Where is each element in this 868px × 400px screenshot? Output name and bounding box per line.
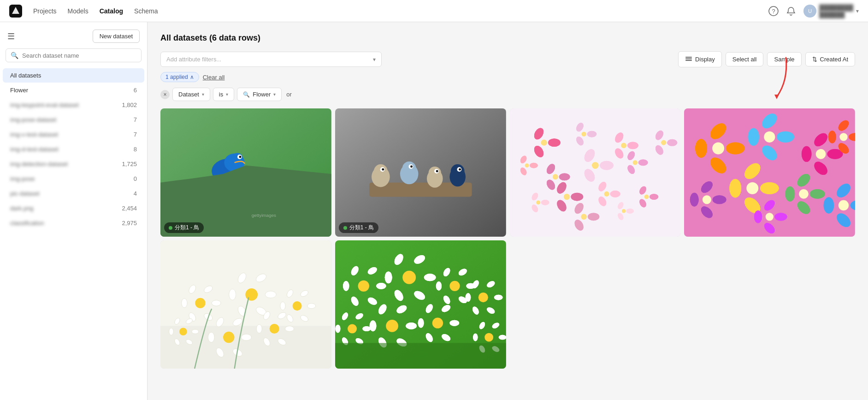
svg-point-51 (627, 142, 638, 149)
main-content: All datasets (6 data rows) Add attribute… (148, 22, 868, 400)
svg-point-86 (571, 193, 583, 201)
sidebar-item-7[interactable]: img-pose0 (3, 172, 144, 186)
sidebar-item-count: 7 (134, 131, 137, 138)
sidebar-item-label: pic-dataset (10, 190, 40, 197)
help-icon[interactable]: ? (768, 6, 779, 16)
svg-point-261 (192, 329, 199, 334)
sidebar-menu-icon[interactable]: ☰ (7, 31, 15, 42)
svg-point-137 (726, 143, 745, 155)
svg-point-264 (169, 328, 173, 335)
sidebar-item-label: Flower (10, 87, 28, 94)
sidebar-item-label: All datasets (10, 72, 41, 79)
sidebar-items-list: All datasetsFlower6img-keypoint-eval-dat… (0, 68, 147, 231)
sidebar-item-3[interactable]: img-pose-dataset7 (3, 113, 144, 127)
search-mini-icon: 🔍 (243, 91, 250, 98)
sort-created-at-button[interactable]: ⇅ Created At (805, 52, 855, 66)
svg-point-333 (449, 281, 460, 291)
svg-point-96 (604, 191, 609, 197)
sidebar-item-count: 1,802 (122, 101, 137, 108)
svg-point-146 (777, 131, 794, 143)
svg-point-211 (754, 210, 762, 223)
svg-point-346 (348, 324, 357, 334)
clear-all-button[interactable]: Clear all (203, 74, 225, 81)
image-cell-img2[interactable]: 分類1 - 鳥 (335, 108, 506, 237)
svg-point-131 (525, 163, 529, 167)
svg-point-209 (775, 213, 787, 221)
image-cell-img6[interactable] (335, 240, 506, 369)
sort-label: Created At (820, 56, 848, 63)
chip-field-select[interactable]: Dataset ▾ (172, 88, 210, 101)
chip-field-arrow-icon: ▾ (202, 92, 204, 97)
svg-rect-399 (335, 343, 506, 369)
user-dropdown-icon: ▾ (856, 8, 859, 14)
svg-point-150 (764, 131, 775, 143)
image-cell-img5[interactable] (160, 240, 331, 369)
sidebar-item-label: img-detection-dataset (10, 161, 68, 167)
svg-point-22 (402, 161, 416, 175)
sidebar-item-count: 2,975 (122, 220, 137, 227)
svg-point-213 (766, 213, 774, 221)
sidebar-item-10[interactable]: classification2,975 (3, 216, 144, 230)
search-icon: 🔍 (11, 52, 18, 59)
sidebar-item-1[interactable]: Flower6 (3, 83, 144, 97)
svg-point-68 (591, 162, 598, 169)
svg-point-40 (541, 139, 547, 145)
chip-operator-label: is (219, 91, 223, 98)
notification-icon[interactable] (786, 6, 796, 16)
chip-operator-select[interactable]: is ▾ (213, 88, 234, 101)
user-menu[interactable]: U ████████ ██████ ▾ (803, 4, 859, 18)
display-button[interactable]: Display (678, 51, 722, 67)
image-cell-img3[interactable] (510, 108, 681, 237)
sample-button[interactable]: Sample (767, 52, 801, 66)
svg-point-301 (376, 283, 386, 289)
svg-point-20 (382, 168, 384, 171)
svg-point-58 (559, 173, 570, 180)
svg-point-164 (713, 195, 726, 204)
image-grid: gettyimages 分類1 - 鳥 (160, 108, 855, 369)
chip-remove-button[interactable]: × (160, 90, 170, 99)
svg-point-267 (179, 328, 187, 335)
svg-point-159 (816, 149, 826, 159)
sidebar-item-label: classification (10, 220, 44, 227)
sidebar-item-4[interactable]: img-v-test-dataset7 (3, 127, 144, 142)
nav-catalog[interactable]: Catalog (100, 6, 123, 17)
svg-point-110 (581, 214, 587, 220)
select-all-button[interactable]: Select all (726, 52, 764, 66)
logo-icon[interactable] (9, 5, 22, 18)
svg-point-398 (484, 333, 493, 342)
applied-filters-row: 1 applied ∧ Clear all (160, 72, 855, 82)
svg-point-186 (799, 189, 809, 199)
chip-value-arrow-icon: ▾ (273, 92, 276, 97)
svg-point-304 (343, 281, 349, 291)
chip-field-label: Dataset (178, 91, 199, 98)
sidebar-item-8[interactable]: pic-dataset4 (3, 186, 144, 201)
svg-point-117 (622, 209, 626, 213)
svg-rect-15 (335, 108, 506, 237)
svg-point-44 (587, 131, 596, 137)
svg-point-89 (563, 194, 569, 200)
svg-text:?: ? (772, 8, 775, 15)
display-label: Display (695, 56, 715, 63)
image-label-img2: 分類1 - 鳥 (339, 222, 378, 233)
svg-point-121 (667, 139, 677, 146)
new-dataset-button[interactable]: New dataset (93, 30, 140, 43)
attribute-filter-dropdown[interactable]: Add attribute filters... ▾ (160, 52, 382, 67)
search-input[interactable] (22, 52, 136, 59)
nav-schema[interactable]: Schema (134, 6, 158, 17)
nav-projects[interactable]: Projects (33, 6, 57, 17)
sidebar-item-9[interactable]: dark.png2,454 (3, 201, 144, 215)
image-cell-img4[interactable] (684, 108, 855, 237)
sidebar-item-5[interactable]: img-d-test-dataset8 (3, 142, 144, 156)
image-cell-img1[interactable]: gettyimages 分類1 - 鳥 (160, 108, 331, 237)
sidebar-item-2[interactable]: img-keypoint-eval-dataset1,802 (3, 98, 144, 112)
svg-point-330 (436, 281, 441, 291)
sidebar-item-0[interactable]: All datasets (3, 68, 144, 83)
svg-point-182 (810, 189, 825, 199)
svg-point-103 (644, 195, 649, 199)
svg-point-30 (451, 164, 465, 178)
svg-point-128 (530, 163, 538, 168)
sidebar-item-6[interactable]: img-detection-dataset1,725 (3, 157, 144, 171)
sidebar-item-label: dark.png (10, 205, 34, 212)
label-text: 分類1 - 鳥 (349, 224, 374, 232)
nav-models[interactable]: Models (68, 6, 89, 17)
